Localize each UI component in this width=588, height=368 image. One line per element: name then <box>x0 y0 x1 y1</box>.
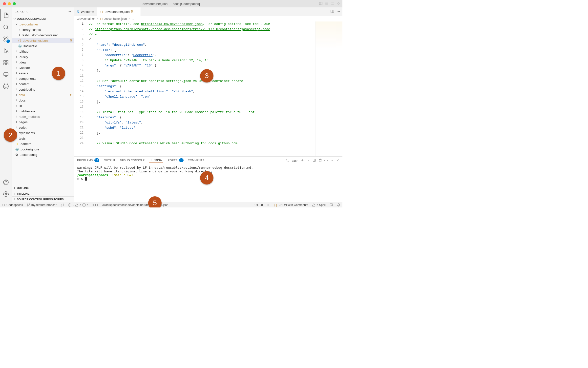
tree-item-contributing[interactable]: contributing <box>12 87 74 92</box>
tab-devcontainer-json[interactable]: { }devcontainer.json5 <box>97 7 141 16</box>
scm-repos-section[interactable]: SOURCE CONTROL REPOSITORIES <box>12 197 74 202</box>
layout-panel-icon[interactable] <box>325 1 329 6</box>
tree-item-middleware[interactable]: middleware <box>12 108 74 114</box>
terminal-split-icon[interactable] <box>313 159 316 163</box>
svg-rect-8 <box>337 4 338 5</box>
activity-explorer[interactable] <box>0 9 12 21</box>
tree-item--devcontainer[interactable]: .devcontainer <box>12 21 74 27</box>
svg-rect-20 <box>6 63 8 65</box>
activity-settings[interactable] <box>0 188 12 200</box>
window-minimize[interactable] <box>8 2 11 5</box>
tree-item--husky[interactable]: .husky <box>12 54 74 60</box>
sidebar-section-header[interactable]: DOCS [CODESPACES] <box>12 16 74 21</box>
tree-item-stylesheets[interactable]: stylesheets <box>12 130 74 136</box>
status-codespaces[interactable]: Codespaces <box>0 203 25 207</box>
terminal-launch-icon[interactable] <box>286 159 289 163</box>
svg-point-40 <box>27 205 28 206</box>
tab-welcome[interactable]: ⧉Welcome <box>74 7 97 16</box>
svg-point-39 <box>27 204 28 204</box>
svg-point-10 <box>4 25 8 29</box>
activity-accounts[interactable] <box>0 176 12 188</box>
svg-point-16 <box>7 52 8 53</box>
terminal-dropdown-icon[interactable] <box>307 159 310 163</box>
layout-sidebar-left-icon[interactable] <box>319 1 323 6</box>
svg-rect-17 <box>4 61 5 62</box>
panel-tab-problems[interactable]: PROBLEMS11 <box>77 158 99 163</box>
tree-item-library-scripts[interactable]: library-scripts <box>12 27 74 32</box>
annotation-5: 5 <box>148 196 162 207</box>
status-encoding[interactable]: UTF-8 <box>252 203 265 207</box>
code-editor[interactable]: 123456789101112131415161718192021222324 … <box>74 21 342 146</box>
tree-item-script[interactable]: script <box>12 125 74 130</box>
timeline-section[interactable]: TIMELINE <box>12 191 74 196</box>
svg-rect-18 <box>6 61 8 62</box>
tree-item-tests[interactable]: tests <box>12 136 74 141</box>
status-eol[interactable]: LF <box>265 203 272 207</box>
tree-item-docs[interactable]: docs <box>12 98 74 103</box>
status-ports[interactable]: 1 <box>90 203 101 207</box>
panel-maximize-icon[interactable] <box>330 159 334 163</box>
layout-sidebar-right-icon[interactable] <box>331 1 335 6</box>
file-tree: .devcontainerlibrary-scriptstest-custom-… <box>12 21 74 185</box>
activity-run-debug[interactable] <box>0 45 12 57</box>
panel-more-icon[interactable] <box>324 160 328 161</box>
outline-section[interactable]: OUTLINE <box>12 185 74 191</box>
activity-search[interactable] <box>0 21 12 33</box>
tree-item--babelrc[interactable]: B.babelrc <box>12 141 74 146</box>
panel-tab-output[interactable]: OUTPUT <box>104 159 115 163</box>
panel-tab-debug-console[interactable]: DEBUG CONSOLE <box>120 159 145 163</box>
status-problems[interactable]: 0 5 6 <box>66 203 90 207</box>
tree-item-content[interactable]: content <box>12 81 74 87</box>
window-close[interactable] <box>3 2 6 5</box>
svg-point-48 <box>94 204 94 205</box>
sidebar-more-icon[interactable] <box>68 11 71 12</box>
minimap[interactable] <box>315 21 342 156</box>
panel-tab-ports[interactable]: PORTS1 <box>168 158 183 163</box>
tree-item-node-modules[interactable]: node_modules <box>12 114 74 119</box>
status-branch[interactable]: my-feature-branch* <box>25 203 59 207</box>
tree-item--idea[interactable]: .idea <box>12 60 74 65</box>
activity-github[interactable] <box>0 81 12 92</box>
status-sync[interactable] <box>59 203 66 207</box>
split-editor-icon[interactable] <box>330 9 334 14</box>
tree-item-lib[interactable]: lib <box>12 103 74 108</box>
tree-item-components[interactable]: components <box>12 76 74 81</box>
svg-point-14 <box>4 37 5 38</box>
terminal-new-icon[interactable] <box>301 159 304 163</box>
tree-item--editorconfig[interactable]: ⚙.editorconfig <box>12 152 74 157</box>
editor-more-icon[interactable] <box>337 11 340 12</box>
status-spell[interactable]: 6 Spell <box>310 203 328 207</box>
svg-rect-6 <box>337 2 338 3</box>
terminal-shell-label[interactable]: bash <box>292 159 298 163</box>
statusbar: Codespaces my-feature-branch* 0 5 6 1 /w… <box>0 202 342 207</box>
tree-item--dockerignore[interactable]: 🐳.dockerignore <box>12 146 74 152</box>
tree-item-test-custom-devcontainer[interactable]: test-custom-devcontainer <box>12 32 74 38</box>
tree-item-dockerfile[interactable]: 🐳Dockerfile <box>12 43 74 49</box>
svg-rect-4 <box>331 2 334 5</box>
activity-source-control[interactable]: 1 <box>0 33 12 45</box>
tree-item--vscode[interactable]: .vscode <box>12 65 74 70</box>
breadcrumb[interactable]: .devcontainer { } devcontainer.json ... <box>74 16 342 21</box>
tree-item-devcontainer-json[interactable]: { }devcontainer.json5 <box>12 38 74 43</box>
status-notifications[interactable] <box>335 203 342 207</box>
layout-customize-icon[interactable] <box>336 1 340 6</box>
svg-line-11 <box>7 28 8 29</box>
window-title: devcontainer.json — docs [Codespaces] <box>143 2 200 6</box>
panel-tab-comments[interactable]: COMMENTS <box>188 159 205 163</box>
annotation-3: 3 <box>200 69 213 82</box>
tree-item-pages[interactable]: pages <box>12 119 74 125</box>
status-feedback[interactable] <box>328 203 335 207</box>
terminal-kill-icon[interactable] <box>318 159 322 163</box>
titlebar: devcontainer.json — docs [Codespaces] <box>0 0 342 7</box>
svg-rect-21 <box>4 73 8 76</box>
window-maximize[interactable] <box>13 2 16 5</box>
svg-point-12 <box>7 37 8 38</box>
activity-extensions[interactable] <box>0 57 12 69</box>
tree-item--github[interactable]: .github <box>12 49 74 54</box>
status-language[interactable]: { }JSON with Comments <box>272 203 310 207</box>
tree-item-data[interactable]: data <box>12 92 74 98</box>
panel-close-icon[interactable] <box>336 159 339 163</box>
svg-point-41 <box>29 204 30 204</box>
panel-tab-terminal[interactable]: TERMINAL <box>149 159 163 163</box>
activity-remote[interactable] <box>0 69 12 81</box>
